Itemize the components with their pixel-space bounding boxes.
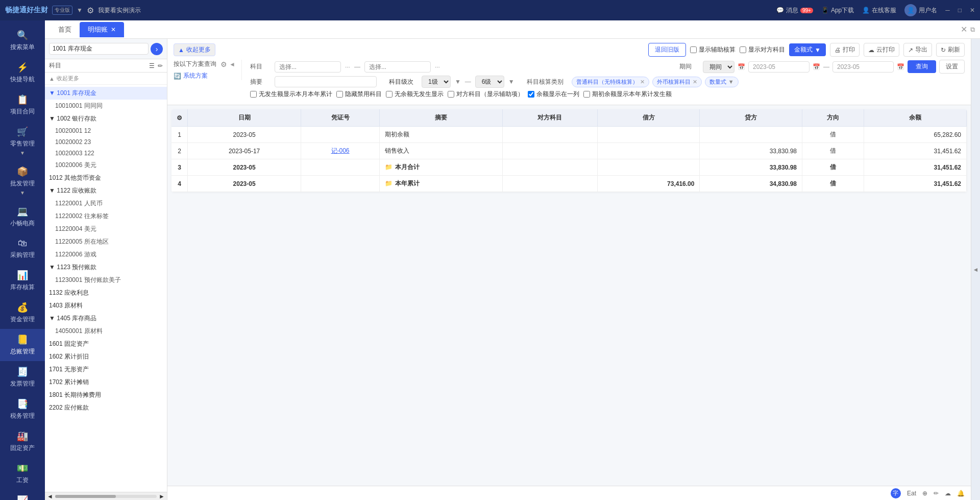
- win-restore-icon[interactable]: ⧉: [970, 26, 975, 34]
- window-maximize[interactable]: □: [958, 7, 962, 14]
- cb-hide-disabled-input[interactable]: [336, 91, 343, 98]
- sidebar-item-project[interactable]: 📋 项目合同: [0, 89, 45, 121]
- cb-hide-disabled[interactable]: 隐藏禁用科目: [336, 90, 382, 99]
- account-selector[interactable]: 1001 库存现金: [49, 43, 149, 55]
- collapse-side-btn[interactable]: ◄: [971, 39, 980, 500]
- row2-voucher[interactable]: 记-006: [301, 143, 380, 159]
- tab-ledger[interactable]: 明细账 ✕: [80, 22, 124, 37]
- statusbar-item-plus[interactable]: ⊕: [922, 490, 927, 497]
- scroll-left[interactable]: ◄: [47, 493, 53, 500]
- sidebar-item-quick-nav[interactable]: ⚡ 快捷导航: [0, 57, 45, 89]
- statusbar-item-eat[interactable]: Eat: [907, 490, 916, 497]
- win-close-icon[interactable]: ✕: [961, 25, 967, 34]
- active-method-row[interactable]: 🔄 系统方案: [174, 72, 235, 80]
- tree-item-10020006[interactable]: 10020006 美元: [45, 159, 167, 172]
- tree-edit-icon[interactable]: ✏: [158, 62, 163, 69]
- sidebar-item-wholesale[interactable]: 📦 批发管理 ▼: [0, 161, 45, 201]
- period-start-input[interactable]: [748, 61, 810, 73]
- tree-item-1801[interactable]: 1801 长期待摊费用: [45, 389, 167, 401]
- cb-balance-one-col-input[interactable]: [528, 91, 534, 98]
- tree-item-2202[interactable]: 2202 应付账款: [45, 401, 167, 414]
- sidebar-item-capital[interactable]: 💰 资金管理: [0, 297, 45, 329]
- amount-mode-btn[interactable]: 金额式 ▼: [789, 43, 826, 56]
- tree-item-1002[interactable]: ▼ 1002 银行存款: [45, 112, 167, 125]
- tree-item-14050001[interactable]: 14050001 原材料: [45, 325, 167, 338]
- sidebar-item-salary[interactable]: 💵 工资: [0, 458, 45, 490]
- cb-opposite-show-input[interactable]: [448, 91, 454, 98]
- cb-period-balance-input[interactable]: [583, 91, 590, 98]
- statusbar-item-cloud[interactable]: ☁: [945, 490, 951, 497]
- level-end-select[interactable]: 6级: [475, 76, 504, 88]
- tag-remove-1[interactable]: ✕: [640, 79, 645, 85]
- tab-home[interactable]: 首页: [50, 22, 80, 37]
- statusbar-item-lang[interactable]: 字: [891, 488, 901, 498]
- online-service-btn[interactable]: 👤 在线客服: [862, 6, 896, 15]
- subject-input-end[interactable]: [364, 61, 431, 73]
- tree-item-1702[interactable]: 1702 累计摊销: [45, 376, 167, 389]
- tree-item-10020003[interactable]: 10020003 122: [45, 148, 167, 159]
- tree-item-1132[interactable]: 1132 应收利息: [45, 287, 167, 299]
- tree-item-1001[interactable]: ▼ 1001 库存现金: [45, 87, 167, 100]
- tree-item-1405[interactable]: ▼ 1405 库存商品: [45, 312, 167, 325]
- tree-item-1122[interactable]: ▼ 1122 应收账款: [45, 184, 167, 197]
- summary-input[interactable]: [275, 76, 377, 87]
- tree-item-11220005[interactable]: 11220005 所在地区: [45, 235, 167, 248]
- tree-item-11220006[interactable]: 11220006 游戏: [45, 248, 167, 261]
- show-aux-input[interactable]: [690, 46, 697, 53]
- cb-balance-one-col[interactable]: 余额显示在一列: [528, 90, 579, 99]
- window-close[interactable]: ✕: [970, 7, 975, 14]
- back-btn[interactable]: 退回旧版: [648, 43, 686, 57]
- period-mode-select[interactable]: 期间: [703, 61, 734, 73]
- tree-item-11220002[interactable]: 11220002 往来标签: [45, 210, 167, 223]
- scroll-right[interactable]: ►: [159, 493, 165, 500]
- tab-close-ledger[interactable]: ✕: [111, 26, 116, 33]
- message-btn[interactable]: 💬 消息 99+: [776, 6, 813, 15]
- cb-no-balance[interactable]: 无发生额显示本月本年累计: [250, 90, 332, 99]
- query-settings-icon[interactable]: ⚙: [220, 60, 227, 68]
- show-opposite-checkbox[interactable]: 显示对方科目: [740, 45, 785, 54]
- window-minimize[interactable]: ─: [945, 7, 950, 14]
- tree-item-10020002[interactable]: 10020002 23: [45, 136, 167, 148]
- tag-remove-2[interactable]: ✕: [693, 79, 697, 85]
- tree-expand-btn[interactable]: ▲ 收起更多: [45, 73, 167, 85]
- print-btn[interactable]: 🖨 打印: [830, 43, 860, 57]
- settings-icon[interactable]: ⚙: [87, 6, 94, 15]
- cb-no-balance-show[interactable]: 无余额无发生显示: [386, 90, 444, 99]
- sidebar-item-purchase[interactable]: 🛍 采购管理: [0, 233, 45, 265]
- query-collapse-icon[interactable]: ◄: [229, 61, 235, 68]
- sidebar-item-tax[interactable]: 📑 税务管理: [0, 393, 45, 425]
- sidebar-item-business[interactable]: 📈 经营管理: [0, 490, 45, 500]
- col-settings-icon[interactable]: ⚙: [177, 114, 182, 122]
- settings-btn[interactable]: 设置: [939, 60, 965, 74]
- tree-item-1601[interactable]: 1601 固定资产: [45, 338, 167, 350]
- refresh-btn[interactable]: ↻ 刷新: [936, 43, 965, 57]
- cb-no-balance-show-input[interactable]: [386, 91, 393, 98]
- cb-opposite-show[interactable]: 对方科目（显示辅助项）: [448, 90, 524, 99]
- sidebar-item-ecommerce[interactable]: 💻 小畅电商: [0, 201, 45, 233]
- sidebar-item-search[interactable]: 🔍 搜索菜单: [0, 25, 45, 57]
- show-aux-checkbox[interactable]: 显示辅助核算: [690, 45, 736, 54]
- period-end-input[interactable]: [832, 61, 894, 73]
- export-btn[interactable]: ↗ 导出: [903, 43, 932, 57]
- demo-link[interactable]: 我要看实例演示: [98, 6, 141, 15]
- tree-item-1123[interactable]: ▼ 1123 预付账款: [45, 261, 167, 274]
- sidebar-item-inventory[interactable]: 📊 库存核算: [0, 265, 45, 297]
- tree-scrollbar[interactable]: ◄ ►: [45, 492, 167, 500]
- tree-item-1701[interactable]: 1701 无形资产: [45, 363, 167, 376]
- app-download-btn[interactable]: 📱 App下载: [821, 6, 854, 15]
- tree-item-11220004[interactable]: 11220004 美元: [45, 223, 167, 235]
- voucher-link[interactable]: 记-006: [331, 147, 350, 154]
- tree-item-1012[interactable]: 1012 其他货币资金: [45, 172, 167, 184]
- show-opposite-input[interactable]: [740, 46, 746, 53]
- query-btn[interactable]: 查询: [908, 60, 936, 73]
- tree-item-11230001[interactable]: 11230001 预付账款美子: [45, 274, 167, 287]
- tree-item-11220001[interactable]: 11220001 人民币: [45, 197, 167, 210]
- sidebar-item-general[interactable]: 📒 总账管理: [0, 329, 45, 361]
- tree-item-1403[interactable]: 1403 原材料: [45, 299, 167, 312]
- expand-btn[interactable]: ▲ 收起更多: [174, 43, 215, 56]
- tree-item-1602[interactable]: 1602 累计折旧: [45, 350, 167, 363]
- subject-input-start[interactable]: [275, 61, 341, 73]
- tree-item-10020001[interactable]: 10020001 12: [45, 125, 167, 136]
- account-nav-btn[interactable]: ›: [151, 43, 163, 55]
- statusbar-item-edit[interactable]: ✏: [934, 490, 939, 497]
